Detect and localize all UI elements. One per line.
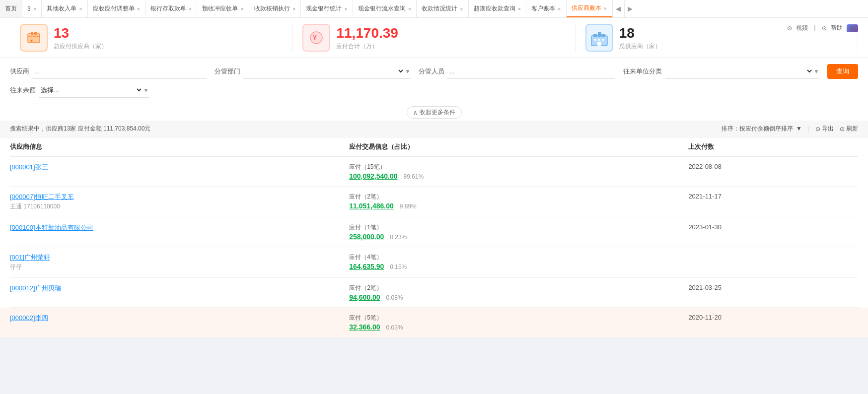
filter-balance: 往来余额 选择... ▼ — [10, 83, 149, 98]
last-payment-date: 2020-11-20 — [688, 314, 722, 321]
svg-rect-12 — [598, 39, 600, 41]
sort-link[interactable]: 排序：按应付余额倒序排序 ▼ — [722, 125, 802, 133]
tx-percent: 0.15% — [390, 263, 407, 270]
close-icon[interactable]: × — [604, 5, 607, 11]
nav-tab-home[interactable]: 首页 — [0, 0, 22, 17]
supplier-link[interactable]: [000001]张三 — [10, 163, 48, 171]
transaction-cell: 应付（2笔）11,051,486.009.89% — [349, 193, 688, 210]
close-icon[interactable]: × — [189, 6, 192, 12]
close-icon[interactable]: × — [518, 6, 521, 12]
nav-tab-other-income[interactable]: 其他收入单 × — [42, 0, 87, 17]
balance-select[interactable]: 选择... — [39, 86, 143, 94]
stat-total-payable-suppliers: ¥ 13 总应付供应商（家） — [10, 24, 292, 52]
dept-select[interactable] — [243, 67, 405, 75]
ai-badge[interactable]: Ai — [847, 24, 858, 32]
nav-next-arrow[interactable]: ▶ — [624, 0, 636, 17]
last-payment-date: 2022-08-08 — [688, 163, 722, 170]
tx-amount[interactable]: 164,635.90 — [349, 263, 384, 270]
supplier-input[interactable] — [32, 64, 207, 79]
close-icon[interactable]: × — [33, 6, 36, 12]
chevron-down-icon-sort: ▼ — [796, 125, 802, 132]
nav-tab-cash-stats[interactable]: 现金银行统计 × — [301, 0, 353, 17]
supplier-payable-icon: ¥ — [20, 24, 48, 52]
nav-tab-payment-exec[interactable]: 收款核销执行 × — [249, 0, 301, 17]
tx-label: 应付（1笔） — [349, 223, 688, 232]
collapse-button[interactable]: ∧ 收起更多条件 — [407, 106, 462, 119]
category-select-wrapper: ▼ — [665, 64, 820, 79]
nav-tab-customer-ledger[interactable]: 客户账本 × — [526, 0, 566, 17]
divider: ｜ — [812, 24, 818, 32]
nav-tab-prepay-ar-label: 预收冲应收单 — [202, 4, 238, 13]
close-icon[interactable]: × — [79, 6, 82, 12]
tx-amount[interactable]: 11,051,486.00 — [349, 202, 394, 210]
supplier-link[interactable]: [000007]恒旺二手叉车 — [10, 193, 74, 200]
supplier-link[interactable]: [000012]广州贝瑞 — [10, 284, 61, 292]
category-select[interactable] — [665, 67, 814, 75]
tx-amount[interactable]: 100,092,540.00 — [349, 172, 397, 180]
svg-text:¥: ¥ — [30, 38, 33, 43]
last-payment-cell: 2020-11-20 — [688, 314, 858, 321]
table-body: [000001]张三应付（15笔）100,092,540.0089.61%202… — [10, 157, 858, 337]
close-icon[interactable]: × — [408, 6, 411, 12]
nav-tab-other-income-label: 其他收入单 — [47, 4, 76, 13]
supplier-sub: 王通 17106110000 — [10, 202, 349, 211]
tx-percent: 0.03% — [386, 324, 403, 331]
last-payment-date: 2021-03-25 — [688, 284, 722, 291]
person-input[interactable] — [447, 64, 615, 79]
nav-tab-bank-deposit[interactable]: 银行存取款单 × — [145, 0, 197, 17]
supplier-sub: 仔仔 — [10, 263, 349, 271]
supplier-filter-label: 供应商 — [10, 67, 29, 76]
tx-amount[interactable]: 32,366.00 — [349, 323, 380, 331]
nav-tab-overdue-ar[interactable]: 超期应收款查询 × — [469, 0, 526, 17]
table-row: [001]广州荣轩仔仔应付（4笔）164,635.900.15% — [10, 247, 858, 278]
transaction-cell: 应付（15笔）100,092,540.0089.61% — [349, 163, 688, 180]
nav-tab-prepay-ar[interactable]: 预收冲应收单 × — [197, 0, 249, 17]
table-row: [000012]广州贝瑞应付（2笔）94,600.000.08%2021-03-… — [10, 278, 858, 308]
close-icon[interactable]: × — [292, 6, 295, 12]
collapse-bar: ∧ 收起更多条件 — [0, 104, 868, 121]
tx-percent: 89.61% — [404, 173, 424, 180]
nav-tab-payment-exec-label: 收款核销执行 — [254, 4, 290, 13]
refresh-icon: ⊙ — [840, 126, 845, 132]
tx-label: 应付（2笔） — [349, 193, 688, 201]
nav-tab-payment-stats[interactable]: 收款情况统计 × — [417, 0, 468, 17]
last-payment-cell: 2022-08-08 — [688, 163, 858, 170]
help-link[interactable]: 帮助 — [831, 24, 843, 32]
table-row: [000002]李四应付（5笔）32,366.000.03%2020-11-20 — [0, 308, 868, 337]
tx-amount-row: 94,600.000.08% — [349, 292, 688, 301]
nav-tab-cash-flow[interactable]: 现金银行流水查询 × — [353, 0, 417, 17]
supplier-link[interactable]: [001]广州荣轩 — [10, 254, 50, 261]
close-icon[interactable]: × — [137, 6, 140, 12]
nav-tab-bank-deposit-label: 银行存取款单 — [150, 4, 186, 13]
stat-total-payable-amount: ¥ 11,170.39 应付合计（万） — [292, 24, 575, 52]
close-icon[interactable]: × — [460, 6, 463, 12]
supplier-cell: [000012]广州贝瑞 — [10, 284, 349, 293]
tx-amount[interactable]: 94,600.00 — [349, 293, 380, 301]
stat-label-suppliers: 总应付供应商（家） — [54, 42, 107, 51]
circle-icon: ⊙ — [787, 25, 792, 32]
nav-prev-arrow[interactable]: ◀ — [612, 0, 624, 17]
export-link[interactable]: ⊙ 导出 — [815, 125, 834, 133]
tx-label: 应付（2笔） — [349, 284, 688, 292]
close-icon[interactable]: × — [344, 6, 347, 12]
last-payment-date: 2023-01-30 — [688, 223, 722, 231]
nav-tab-supplier-ledger[interactable]: 供应商账本 × — [567, 0, 612, 17]
close-icon[interactable]: × — [558, 6, 561, 12]
chevron-left-icon: ◀ — [616, 5, 621, 12]
close-icon[interactable]: × — [240, 6, 243, 12]
nav-tab-ar-ap-adjust[interactable]: 应收应付调整单 × — [88, 0, 145, 17]
query-button[interactable]: 查询 — [827, 64, 858, 79]
table-row: [000100]本特勤油品有限公司应付（1笔）258,000.000.23%20… — [10, 217, 858, 247]
refresh-link[interactable]: ⊙ 刷新 — [840, 125, 858, 133]
supplier-link[interactable]: [000002]李四 — [10, 314, 48, 322]
supplier-cell: [000007]恒旺二手叉车王通 17106110000 — [10, 193, 349, 211]
supplier-link[interactable]: [000100]本特勤油品有限公司 — [10, 224, 93, 231]
payable-amount-icon: ¥ — [302, 24, 330, 52]
video-link[interactable]: 视频 — [796, 24, 808, 32]
supplier-cell: [000002]李四 — [10, 314, 349, 323]
top-navigation: 首页 3 × 其他收入单 × 应收应付调整单 × 银行存取款单 × 预收冲应收单… — [0, 0, 868, 18]
filter-row-2: 往来余额 选择... ▼ — [10, 83, 858, 98]
nav-tab-3[interactable]: 3 × — [22, 0, 42, 17]
nav-tab-3-label: 3 — [27, 5, 31, 12]
tx-amount[interactable]: 258,000.00 — [349, 233, 384, 241]
